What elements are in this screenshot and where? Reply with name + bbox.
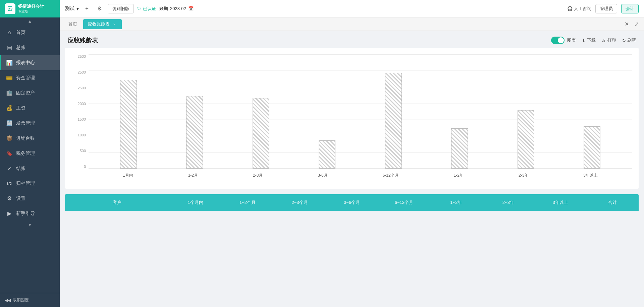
sidebar-item-label: 结账 [16, 166, 25, 172]
sidebar-item-purchase-sales[interactable]: 📦 进销台账 [0, 131, 60, 146]
sidebar-item-guide[interactable]: ▶ 新手引导 [0, 206, 60, 221]
bar-rect-5 [451, 128, 468, 169]
purchase-icon: 📦 [6, 135, 13, 141]
sidebar-item-tax[interactable]: 🔖 税务管理 [0, 146, 60, 161]
ledger-icon: ▤ [6, 44, 13, 51]
y-label-2000: 2000 [78, 102, 86, 106]
sidebar-item-payroll[interactable]: 💰 工资 [0, 100, 60, 116]
home-tab-label: 首页 [68, 21, 77, 27]
consult-button[interactable]: 🎧 人工咨询 [567, 6, 591, 12]
fixed-assets-icon: 🏢 [6, 90, 13, 96]
manager-button[interactable]: 管理员 [595, 4, 617, 13]
page-title: 应收账龄表 [68, 36, 98, 44]
bar-group-1-2月 [186, 96, 203, 169]
sidebar-item-invoice[interactable]: 🧾 发票管理 [0, 116, 60, 131]
sidebar-item-label: 首页 [16, 30, 25, 36]
sidebar-item-label: 报表中心 [16, 60, 35, 66]
y-label-2500-2: 2500 [78, 70, 86, 74]
sidebar-item-label: 发票管理 [16, 120, 35, 126]
sidebar-item-home[interactable]: ⌂ 首页 [0, 25, 60, 40]
cert-status: 🛡 已认证 [137, 6, 156, 12]
toggle-track[interactable] [551, 37, 565, 44]
calendar-icon[interactable]: 📅 [188, 6, 194, 11]
chart-bars [89, 54, 632, 169]
accountant-button[interactable]: 会计 [621, 4, 639, 13]
tab-close-button[interactable]: ✕ [623, 19, 630, 29]
x-label-6: 2-3年 [519, 173, 528, 178]
sidebar-item-report-center[interactable]: 📊 报表中心 [0, 55, 60, 70]
download-button[interactable]: ⬇ 下载 [582, 37, 596, 43]
page-actions: 图表 ⬇ 下载 🖨 打印 ↻ 刷新 [551, 37, 636, 44]
report-icon: 📊 [6, 59, 13, 66]
table-header-cell-8: 3年以上 [534, 194, 586, 211]
bar-group-1-2年 [451, 128, 468, 169]
download-label: 下载 [587, 37, 596, 43]
chart-toggle-label: 图表 [567, 37, 576, 43]
table-header-cell-3: 2~3个月 [274, 194, 326, 211]
refresh-button[interactable]: ↻ 刷新 [622, 37, 636, 43]
workspace-selector[interactable]: 测试 ▾ [65, 6, 79, 12]
archive-icon: 🗂 [6, 180, 13, 186]
download-icon: ⬇ [582, 38, 586, 43]
tab-home[interactable]: 首页 [64, 19, 82, 29]
settings-gear-button[interactable]: ⚙ [95, 4, 104, 13]
sidebar-logo: 云 畅捷通好会计 专业版 [0, 0, 60, 17]
bar-group-3年以上 [584, 126, 600, 169]
tab-label: 应收账龄表 [88, 21, 110, 27]
refresh-label: 刷新 [627, 37, 636, 43]
sidebar-item-label: 进销台账 [16, 135, 35, 141]
pin-icon: ◀◀ [5, 298, 11, 303]
bar-group-6-12个月 [385, 73, 402, 169]
table-header-cell-5: 6~12个月 [378, 194, 430, 211]
cert-label: 已认证 [143, 6, 156, 12]
chart-toggle[interactable]: 图表 [551, 37, 576, 44]
table-header-cell-9: 合计 [587, 194, 639, 211]
period-display: 账期 2023-02 📅 [159, 6, 194, 12]
sidebar-item-label: 资金管理 [16, 75, 35, 81]
tab-receivable-aging[interactable]: 应收账龄表 × [83, 19, 122, 29]
scroll-down-btn[interactable]: ▼ [0, 221, 60, 229]
sidebar-item-label: 工资 [16, 105, 25, 111]
x-label-7: 3年以上 [583, 173, 598, 178]
bar-rect-2 [253, 98, 269, 169]
sidebar-item-settings[interactable]: ⚙ 设置 [0, 191, 60, 206]
tax-icon: 🔖 [6, 150, 13, 157]
logo-sub: 专业版 [18, 9, 44, 14]
switch-version-button[interactable]: 切到旧版 [108, 4, 134, 13]
print-button[interactable]: 🖨 打印 [602, 37, 616, 43]
table-header-cell-1: 1个月内 [169, 194, 221, 211]
y-label-0: 0 [84, 165, 86, 169]
x-label-1: 1-2月 [188, 173, 198, 178]
table-header-cell-4: 3~6个月 [326, 194, 378, 211]
x-label-0: 1月内 [123, 173, 133, 178]
topbar-right: 🎧 人工咨询 管理员 会计 [567, 4, 639, 13]
sidebar-item-fixed-assets[interactable]: 🏢 固定资产 [0, 85, 60, 100]
sidebar-item-general-ledger[interactable]: ▤ 总账 [0, 40, 60, 55]
x-label-4: 6-12个月 [383, 173, 399, 178]
scroll-up-btn[interactable]: ▲ [0, 17, 60, 25]
bar-rect-4 [385, 73, 402, 169]
cancel-fixed-btn[interactable]: ◀◀ 取消固定 [0, 293, 60, 307]
y-label-1000: 1000 [78, 133, 86, 137]
y-label-1500: 1500 [78, 117, 86, 121]
sidebar-item-closing[interactable]: ✓ 结账 [0, 161, 60, 176]
x-axis: 1月内1-2月2-3月3-6月6-12个月1-2年2-3年3年以上 [89, 169, 632, 182]
sidebar-item-label: 新手引导 [16, 211, 35, 217]
bar-rect-7 [584, 126, 600, 169]
tab-close-icon[interactable]: × [112, 21, 117, 27]
closing-icon: ✓ [6, 165, 13, 172]
home-icon: ⌂ [6, 30, 13, 36]
add-button[interactable]: ＋ [82, 4, 92, 13]
period-label: 账期 [159, 6, 168, 12]
sidebar-item-label: 总账 [16, 45, 25, 51]
content-area: 应收账龄表 图表 ⬇ 下载 🖨 打印 ↻ 刷新 [60, 31, 644, 307]
bar-group-3-6月 [319, 140, 335, 169]
sidebar-item-archive[interactable]: 🗂 归档管理 [0, 176, 60, 191]
sidebar-nav: ▲ ⌂ 首页 ▤ 总账 📊 报表中心 💳 资金管理 🏢 固定资产 💰 工资 🧾 … [0, 17, 60, 293]
workspace-dropdown-icon: ▾ [76, 6, 79, 11]
page-header: 应收账龄表 图表 ⬇ 下载 🖨 打印 ↻ 刷新 [60, 31, 644, 48]
sidebar-item-fund-management[interactable]: 💳 资金管理 [0, 70, 60, 85]
tab-expand-button[interactable]: ⤢ [633, 19, 640, 29]
y-label-2500-3: 2500 [78, 86, 86, 90]
sidebar-item-label: 设置 [16, 195, 25, 202]
